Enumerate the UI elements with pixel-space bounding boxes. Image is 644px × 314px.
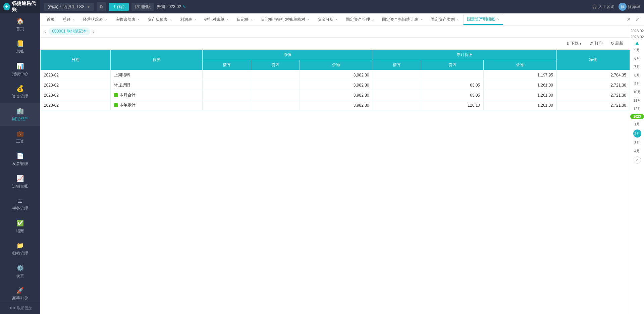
home-icon: 🏠	[16, 17, 24, 25]
tab-close-receivable[interactable]: ×	[138, 17, 140, 21]
nav-back-button[interactable]: ‹	[44, 29, 46, 35]
tab-fa_type[interactable]: 固定资产类别×	[427, 14, 463, 24]
sidebar-label-salary: 工资	[16, 139, 24, 144]
switch-old-button[interactable]: 切到旧版	[131, 3, 154, 11]
salary-icon: 💼	[16, 130, 24, 137]
tab-close-ledger[interactable]: ×	[73, 17, 75, 21]
sidebar-item-settle[interactable]: ✅结账	[0, 215, 40, 238]
sidebar-label-tax: 税务管理	[12, 206, 28, 211]
sidebar-item-report[interactable]: 📊报表中心	[0, 58, 40, 81]
tab-fa_depr[interactable]: 固定资产折旧统计表×	[378, 14, 426, 24]
tab-balance[interactable]: 资产负债表×	[144, 14, 175, 24]
timeline-month-1[interactable]: 1月	[630, 120, 644, 128]
tab-fund_analysis[interactable]: 资金分析×	[314, 14, 341, 24]
tab-fa_detail[interactable]: 固定资产明细账×	[463, 14, 503, 25]
tab-bar: 首页总账×经营状况表×应收账龄表×资产负债表×利润表×银行对账单×日记账×日记账…	[40, 13, 644, 25]
tab-label-fa_mgmt: 固定资产管理	[346, 17, 370, 22]
company-selector[interactable]: (勿动) 江西股生-LSS ▼	[44, 3, 94, 11]
tab-close-fa_detail[interactable]: ×	[497, 17, 499, 21]
tab-label-fa_type: 固定资产类别	[431, 17, 455, 22]
tab-close-balance[interactable]: ×	[170, 17, 172, 21]
report-icon: 📊	[16, 62, 24, 70]
sidebar-item-ledger[interactable]: 📒总账	[0, 36, 40, 58]
tab-close-fa_type[interactable]: ×	[457, 17, 459, 21]
service-button[interactable]: 🎧 人工客询	[592, 4, 614, 10]
cell-desc-2: 本月合计	[111, 90, 203, 100]
sidebar-label-archive: 归档管理	[12, 251, 28, 256]
tab-journal[interactable]: 日记账×	[233, 14, 257, 24]
tab-close-fa_mgmt[interactable]: ×	[372, 17, 374, 21]
sidebar-item-tax[interactable]: 🗂税务管理	[0, 193, 40, 215]
sidebar-bottom-pin[interactable]: ◀◀ 取消固定	[0, 302, 40, 314]
action-bar: ⬇ 下载 ▾ 🖨 打印 ↻ 刷新	[40, 38, 630, 50]
cell-orig-credit-0	[251, 70, 300, 80]
timeline-month-7[interactable]: 7月	[630, 63, 644, 71]
tab-close-check[interactable]: ×	[307, 17, 309, 21]
sidebar-item-fund[interactable]: 💰资金管理	[0, 81, 40, 103]
sidebar-item-fixed_asset[interactable]: 🏢固定资产	[0, 103, 40, 126]
nav-forward-button[interactable]: ›	[93, 29, 95, 35]
sidebar-item-home[interactable]: 🏠首页	[0, 13, 40, 36]
tab-check[interactable]: 日记账与银行对账单核对×	[257, 14, 313, 24]
asset-breadcrumb[interactable]: 000001 联想笔记本	[49, 28, 90, 35]
row-tag-2	[114, 93, 118, 97]
timeline-month-3[interactable]: 3月	[630, 139, 644, 147]
timeline-month-5[interactable]: 5月	[630, 46, 644, 54]
topbar: (勿动) 江西股生-LSS ▼ ⧉ 工作台 切到旧版 账期 2023-02 ✎ …	[40, 0, 644, 13]
sidebar-item-guide[interactable]: 🚀新手引导	[0, 283, 40, 302]
timeline-month-12[interactable]: 12月	[630, 105, 644, 113]
cell-orig-balance-0: 3,982.30	[300, 70, 373, 80]
user-menu[interactable]: 徐 徐泽华	[619, 3, 640, 11]
print-button[interactable]: 🖨 打印	[587, 39, 605, 48]
refresh-button[interactable]: ↻ 刷新	[608, 39, 626, 48]
cell-date-1: 2023-02	[41, 80, 111, 90]
table-row: 2023-02 上期结转 3,982.30 1,197.95 2,784.35	[41, 70, 630, 80]
timeline-up-button[interactable]: ▲	[635, 40, 640, 46]
tab-profit[interactable]: 利润表×	[176, 14, 200, 24]
timeline-month-6[interactable]: 6月	[630, 55, 644, 62]
expand-tabs-button[interactable]: ⤢	[634, 16, 641, 22]
tab-close-profit[interactable]: ×	[194, 17, 196, 21]
sidebar-item-salary[interactable]: 💼工资	[0, 126, 40, 148]
cell-dep-credit-3: 126.10	[421, 100, 484, 110]
tab-home[interactable]: 首页	[43, 14, 58, 24]
tab-receivable[interactable]: 应收账龄表×	[112, 14, 143, 24]
timeline-month-10[interactable]: 10月	[630, 88, 644, 96]
cell-dep-debit-3	[373, 100, 421, 110]
close-all-tabs-button[interactable]: ✕	[625, 16, 632, 22]
download-button[interactable]: ⬇ 下载 ▾	[564, 39, 584, 48]
period-edit-icon[interactable]: ✎	[182, 4, 186, 9]
col-dep-credit: 贷方	[421, 60, 484, 70]
tab-operation[interactable]: 经营状况表×	[79, 14, 111, 24]
sidebar-item-invoice[interactable]: 📄发票管理	[0, 148, 40, 171]
timeline-month-4[interactable]: 4月	[630, 147, 644, 155]
sidebar-item-sales[interactable]: 📈进销台账	[0, 171, 40, 193]
tab-close-operation[interactable]: ×	[105, 17, 107, 21]
tab-close-fa_depr[interactable]: ×	[420, 17, 422, 21]
cell-dep-credit-2: 63.05	[421, 90, 484, 100]
tab-close-fund_analysis[interactable]: ×	[336, 17, 338, 21]
sidebar-item-archive[interactable]: 📁归档管理	[0, 238, 40, 260]
tab-fa_mgmt[interactable]: 固定资产管理×	[342, 14, 378, 24]
tab-bank[interactable]: 银行对账单×	[201, 14, 232, 24]
timeline-down-button[interactable]: ○	[634, 156, 641, 164]
sidebar-label-invoice: 发票管理	[12, 161, 28, 167]
workbench-button[interactable]: 工作台	[109, 3, 129, 11]
tab-close-bank[interactable]: ×	[226, 17, 228, 21]
timeline-month-9[interactable]: 9月	[630, 80, 644, 88]
copy-icon-button[interactable]: ⧉	[97, 2, 106, 11]
timeline-month-8[interactable]: 8月	[630, 71, 644, 79]
timeline-top: 2023.02 2023.02 ▲ 5月 6月 7月 8月 9月 10月 11月…	[630, 28, 644, 164]
timeline-month-2-active[interactable]: 2月	[633, 129, 641, 138]
timeline-year-2023-top2: 2023.02	[631, 34, 644, 40]
tab-ledger[interactable]: 总账×	[59, 14, 78, 24]
tab-close-journal[interactable]: ×	[251, 17, 253, 21]
sidebar-label-ledger: 总账	[16, 49, 24, 54]
cell-orig-debit-1	[202, 80, 251, 90]
timeline-month-11[interactable]: 11月	[630, 97, 644, 104]
col-date: 日期	[41, 50, 111, 70]
tab-label-check: 日记账与银行对账单核对	[261, 17, 305, 22]
cell-dep-debit-1	[373, 80, 421, 90]
user-avatar: 徐	[619, 3, 627, 11]
sidebar-item-setting[interactable]: ⚙️设置	[0, 260, 40, 283]
